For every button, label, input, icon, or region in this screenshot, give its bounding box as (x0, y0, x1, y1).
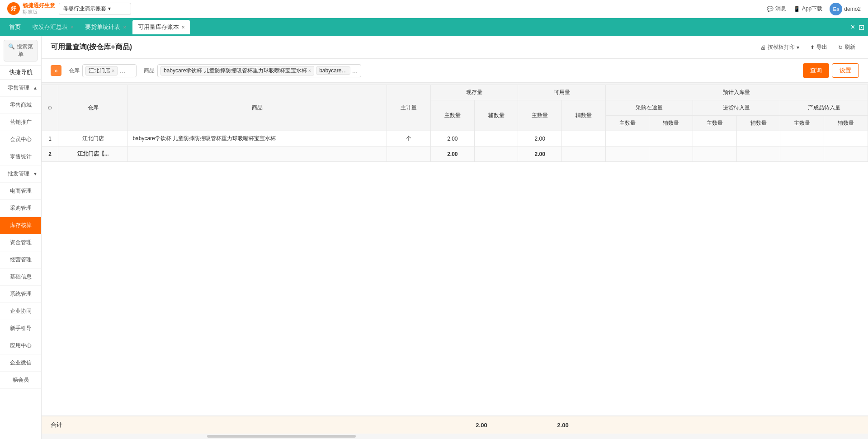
print-button[interactable]: 🖨 按模板打印 ▾ (757, 42, 803, 53)
sidebar-item-purchase[interactable]: 采购管理 (0, 200, 41, 217)
warehouse-tag-close[interactable]: × (112, 68, 114, 73)
purchase-in-aux-header: 辅数量 (736, 116, 780, 131)
query-button[interactable]: 查询 (803, 63, 829, 78)
export-label: 导出 (816, 43, 827, 51)
purchase-main-header: 主数量 (605, 116, 649, 131)
gear-icon[interactable]: ⚙ (47, 105, 52, 111)
row-unit: 个 (387, 131, 431, 146)
logo-text: 畅捷通好生意 (23, 2, 55, 9)
data-table: ⚙ 仓库 商品 主计量 现存量 可用量 预计入库量 主数量 辅数量 主数量 辅数… (42, 85, 868, 162)
product-in-main-header: 主数量 (780, 116, 824, 131)
sidebar-item-wechat[interactable]: 企业微信 (0, 354, 41, 372)
row-seq: 1 (42, 131, 58, 146)
sidebar-item-member-center-label: 会员中心 (10, 136, 32, 142)
sidebar-item-wechat-label: 企业微信 (10, 359, 32, 366)
template-label: 标准版 (23, 9, 55, 15)
sidebar-item-enterprise-label: 企业协同 (10, 308, 32, 314)
tab-home[interactable]: 首页 (4, 20, 26, 34)
print-icon: 🖨 (760, 44, 766, 51)
product-tag-1-close[interactable]: × (308, 68, 311, 73)
sidebar-item-retail-stats[interactable]: 零售统计 (0, 148, 41, 165)
refresh-button[interactable]: ↻ 刷新 (835, 42, 859, 53)
user-area[interactable]: Ea demo2 (830, 3, 861, 15)
warehouse-more-dots[interactable]: … (119, 67, 125, 74)
sidebar-item-member-center[interactable]: 会员中心 (0, 131, 41, 148)
sidebar-item-basic-info[interactable]: 基础信息 (0, 269, 41, 286)
tab-order-stats-close[interactable]: × (123, 24, 126, 30)
sidebar-item-retail-mall[interactable]: 零售商城 (0, 97, 41, 114)
sidebar-item-retail-mgmt[interactable]: 零售管理 ▲ (0, 80, 41, 97)
settings-button[interactable]: 设置 (832, 63, 859, 78)
print-label: 按模板打印 (768, 43, 795, 51)
tab-receipt-summary[interactable]: 收发存汇总表 × (27, 20, 79, 34)
chevron-down-icon-print: ▾ (797, 44, 799, 51)
chevron-up-icon: ▲ (33, 85, 38, 90)
sidebar-item-tutorial[interactable]: 新手引导 (0, 320, 41, 337)
message-icon: 💬 (767, 6, 774, 12)
purchase-in-main-header: 主数量 (693, 116, 737, 131)
footer-values: 2.00 2.00 (83, 422, 868, 429)
tab-available-inventory[interactable]: 可用量库存账本 × (132, 20, 190, 34)
quick-nav-button[interactable]: 快捷导航 (0, 66, 41, 80)
row-avail-aux (562, 131, 606, 146)
horizontal-scrollbar[interactable] (207, 435, 356, 438)
filter-actions: 查询 设置 (803, 63, 859, 78)
sidebar-item-basic-info-label: 基础信息 (10, 274, 32, 280)
row-purchase-main (605, 131, 649, 146)
expand-filter-button[interactable]: » (51, 65, 61, 76)
top-bar-right: 💬 消息 📱 App下载 Ea demo2 (767, 3, 861, 15)
refresh-label: 刷新 (844, 43, 855, 51)
tab-order-stats[interactable]: 要货单统计表 × (80, 20, 131, 34)
nav-actions: × ⊡ (851, 23, 864, 32)
sidebar-item-retail-stats-label: 零售统计 (10, 153, 32, 160)
app-download-button[interactable]: 📱 App下载 (793, 5, 822, 13)
home-tab-label: 首页 (9, 23, 21, 31)
sidebar-item-member-label: 畅会员 (13, 377, 29, 383)
sidebar-item-wholesale-mgmt[interactable]: 批发管理 ▼ (0, 165, 41, 183)
message-button[interactable]: 💬 消息 (767, 5, 786, 13)
tab-receipt-summary-close[interactable]: × (71, 24, 73, 30)
sidebar-item-app-center-label: 应用中心 (10, 342, 32, 349)
product-label: 商品 (144, 67, 155, 75)
chevron-down-icon-wholesale: ▼ (33, 171, 38, 176)
sidebar-item-system-label: 系统管理 (10, 291, 32, 297)
product-tags[interactable]: babycare学饮杯 儿童防摔防撞吸管杯重力球吸嘴杯宝宝水杯 × babyca… (157, 64, 361, 77)
row2-product (128, 146, 387, 162)
stock-aux-header: 辅数量 (474, 100, 518, 131)
row2-stock-main: 2.00 (430, 146, 474, 162)
product-in-aux-header: 辅数量 (824, 116, 868, 131)
row2-purchase-in-aux (736, 146, 780, 162)
user-name: demo2 (844, 6, 861, 12)
row-stock-main: 2.00 (430, 131, 474, 146)
sidebar-item-enterprise[interactable]: 企业协同 (0, 303, 41, 320)
sidebar-item-app-center[interactable]: 应用中心 (0, 337, 41, 354)
sidebar-item-operations[interactable]: 经营管理 (0, 251, 41, 269)
tab-available-inventory-close[interactable]: × (182, 24, 184, 30)
sidebar-item-ecommerce[interactable]: 电商管理 (0, 183, 41, 200)
sidebar-item-finance[interactable]: 资金管理 (0, 234, 41, 251)
warehouse-label: 仓库 (69, 67, 80, 75)
sidebar-item-purchase-label: 采购管理 (10, 205, 32, 211)
row2-warehouse: 江北门店【... (58, 146, 128, 162)
row2-purchase-in-main (693, 146, 737, 162)
row-purchase-aux (649, 131, 693, 146)
sidebar-item-member[interactable]: 畅会员 (0, 372, 41, 389)
tab-order-stats-label: 要货单统计表 (85, 23, 120, 31)
sidebar-item-marketing[interactable]: 营销推广 (0, 114, 41, 131)
sidebar-item-system[interactable]: 系统管理 (0, 286, 41, 303)
restore-button[interactable]: ⊡ (859, 23, 864, 32)
table-row-subtotal: 2 江北门店【... 2.00 2.00 (42, 146, 868, 162)
export-button[interactable]: ⬆ 导出 (807, 42, 831, 53)
logo-area: 好 畅捷通好生意 标准版 (7, 2, 55, 15)
warehouse-tags[interactable]: 江北门店 × … (82, 64, 137, 77)
phone-icon: 📱 (793, 6, 800, 12)
search-menu-button[interactable]: 🔍 搜索菜单 (4, 40, 38, 61)
sidebar-item-inventory[interactable]: 库存核算 (0, 217, 41, 234)
chevron-down-icon: ▾ (108, 5, 111, 12)
row2-purchase-main (605, 146, 649, 162)
close-all-button[interactable]: × (851, 23, 855, 31)
product-more-dots[interactable]: … (352, 67, 358, 74)
org-selector[interactable]: 母婴行业演示账套 ▾ (59, 3, 131, 15)
row2-product-in-aux (824, 146, 868, 162)
footer-stock-main: 2.00 (461, 422, 502, 429)
